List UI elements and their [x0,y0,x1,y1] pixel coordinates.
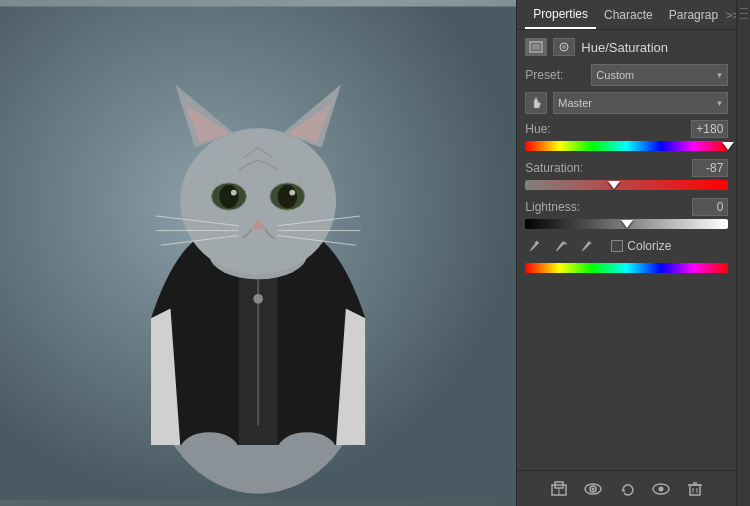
preset-value: Custom [596,69,634,81]
svg-point-15 [289,190,295,196]
sat-slider-track[interactable] [525,180,728,190]
preset-row: Preset: Custom ▼ [525,64,728,86]
sat-thumb[interactable] [608,181,620,189]
tab-character[interactable]: Characte [596,2,661,28]
light-header: Lightness: 0 [525,198,728,216]
preset-dropdown[interactable]: Custom ▼ [591,64,728,86]
strip-decoration [740,13,748,14]
svg-rect-28 [532,44,540,50]
delete-button[interactable] [684,478,706,500]
hue-value[interactable]: +180 [691,120,728,138]
svg-point-25 [180,432,238,467]
preset-label: Preset: [525,68,585,82]
light-label: Lightness: [525,200,580,214]
finger-tool-icon[interactable] [525,92,547,114]
strip-decoration [740,8,748,9]
view-previous-button[interactable] [582,478,604,500]
svg-text:+: + [564,240,567,246]
adjustment-layer-icon[interactable] [525,38,547,56]
properties-panel: Properties Characte Paragrap >> ≡ H [516,0,736,506]
svg-point-40 [591,487,594,490]
hue-thumb[interactable] [722,142,734,150]
lightness-slider-row: Lightness: 0 [525,198,728,229]
colorize-label: Colorize [627,239,671,253]
right-strip [736,0,750,506]
cat-image [0,0,516,506]
sat-header: Saturation: -87 [525,159,728,177]
preset-arrow-icon: ▼ [715,71,723,80]
saturation-slider-row: Saturation: -87 [525,159,728,190]
panel-tabs: Properties Characte Paragrap >> ≡ [517,0,736,30]
hue-header: Hue: +180 [525,120,728,138]
colorize-checkbox[interactable] [611,240,623,252]
tab-paragraph[interactable]: Paragrap [661,2,726,28]
svg-point-13 [278,185,297,208]
light-value[interactable]: 0 [692,198,728,216]
panel-title: Hue/Saturation [581,40,668,55]
svg-text:-: - [590,240,592,246]
hue-slider-track[interactable] [525,141,728,151]
sat-label: Saturation: [525,161,583,175]
layer-icons-row: Hue/Saturation [525,38,728,56]
svg-rect-44 [690,485,700,495]
eyedropper-tool[interactable] [525,237,543,255]
svg-point-43 [658,486,663,491]
hand-master-row: Master ▼ [525,92,728,114]
channel-value: Master [558,97,592,109]
rainbow-preview-bar [525,263,728,273]
reset-button[interactable] [616,478,638,500]
sat-gradient [525,180,728,190]
strip-decoration [740,18,748,19]
light-slider-track[interactable] [525,219,728,229]
svg-point-12 [219,185,238,208]
clip-layer-button[interactable] [548,478,570,500]
hue-slider-row: Hue: +180 [525,120,728,151]
bottom-toolbar [517,470,736,506]
svg-point-30 [562,45,566,49]
hue-label: Hue: [525,122,550,136]
channel-arrow-icon: ▼ [715,99,723,108]
subtract-sample-tool[interactable]: - [577,237,595,255]
hue-gradient [525,141,728,151]
colorize-row: Colorize [611,239,671,253]
toggle-visibility-button[interactable] [650,478,672,500]
sat-value[interactable]: -87 [692,159,728,177]
panel-content: Hue/Saturation Preset: Custom ▼ Master ▼ [517,30,736,470]
tools-row: + - Colorize [525,237,728,255]
add-sample-tool[interactable]: + [551,237,569,255]
tab-properties[interactable]: Properties [525,1,596,29]
light-thumb[interactable] [621,220,633,228]
mask-icon[interactable] [553,38,575,56]
canvas-area [0,0,516,506]
channel-dropdown[interactable]: Master ▼ [553,92,728,114]
svg-point-5 [180,128,336,274]
svg-point-14 [231,190,237,196]
svg-point-26 [278,432,336,467]
svg-point-3 [253,294,263,304]
